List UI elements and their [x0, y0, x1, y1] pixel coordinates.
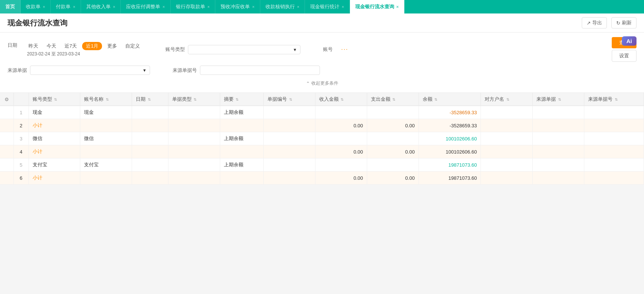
- export-button[interactable]: ↗ 导出: [582, 17, 607, 28]
- nav-tab-bank-deposit-label: 银行存取款单: [176, 3, 205, 10]
- row-gear-cell: [0, 119, 14, 132]
- table-body: 1现金现金上期余额-3528659.332小计0.000.00-3528659.…: [0, 106, 644, 185]
- close-cash-bank-stat-icon[interactable]: ×: [342, 4, 344, 9]
- col-account-name[interactable]: 账号名称 ⇅: [80, 93, 132, 106]
- table-row: 6小计0.000.0019871073.60: [0, 172, 644, 185]
- row-counterparty: [481, 172, 533, 185]
- col-balance[interactable]: 余额 ⇅: [419, 93, 481, 106]
- col-income[interactable]: 收入金额 ⇅: [315, 93, 367, 106]
- close-other-income-icon[interactable]: ×: [113, 4, 115, 9]
- col-doc-type[interactable]: 单据类型 ⇅: [168, 93, 220, 106]
- date-opt-1month[interactable]: 近1月: [82, 42, 102, 50]
- settings-button[interactable]: 设置: [612, 50, 636, 62]
- col-source-doc-no[interactable]: 来源单据号 ⇅: [584, 93, 644, 106]
- account-label: 账号: [323, 46, 338, 53]
- col-source-doc[interactable]: 来源单据 ⇅: [533, 93, 584, 106]
- row-income: [315, 158, 367, 172]
- account-type-dropdown-icon: ▾: [294, 47, 296, 52]
- ai-badge[interactable]: Ai: [622, 36, 636, 46]
- nav-tab-other-income[interactable]: 其他收入单 ×: [81, 0, 121, 13]
- nav-tab-cash-bank-flow[interactable]: 现金银行流水查询 ×: [350, 0, 404, 13]
- row-expense: [367, 106, 419, 119]
- row-balance: -3528659.33: [419, 106, 481, 119]
- date-opt-yesterday[interactable]: 昨天: [26, 42, 41, 50]
- close-bank-deposit-icon[interactable]: ×: [207, 4, 210, 9]
- row-balance: 19871073.60: [419, 172, 481, 185]
- row-summary: [220, 119, 263, 132]
- account-type-select[interactable]: ▾: [188, 45, 300, 54]
- row-account-type: 小计: [29, 172, 80, 185]
- row-source-doc-no: [584, 172, 644, 185]
- row-account-name: 现金: [80, 106, 132, 119]
- header-actions: ↗ 导出 ↻ 刷新: [582, 17, 636, 28]
- row-counterparty: [481, 119, 533, 132]
- account-type-label: 账号类型: [165, 46, 185, 53]
- source-doc-select[interactable]: ▾: [30, 66, 150, 75]
- col-summary[interactable]: 摘要 ⇅: [220, 93, 263, 106]
- account-ellipsis[interactable]: ···: [341, 46, 348, 53]
- row-doc-type: [168, 132, 220, 145]
- row-seq: 3: [14, 132, 29, 145]
- row-gear-cell: [0, 132, 14, 145]
- row-source-doc: [533, 132, 584, 145]
- row-counterparty: [481, 145, 533, 158]
- nav-tab-collect-exec[interactable]: 收款核销执行 ×: [260, 0, 305, 13]
- nav-tab-cash-bank-stat[interactable]: 现金银行统计 ×: [305, 0, 350, 13]
- nav-tab-ap-ar-adj[interactable]: 应收应付调整单 ×: [121, 0, 170, 13]
- row-date: [132, 106, 168, 119]
- row-doc-type: [168, 145, 220, 158]
- row-balance: -3528659.33: [419, 119, 481, 132]
- row-gear-cell: [0, 145, 14, 158]
- nav-tab-bank-deposit[interactable]: 银行存取款单 ×: [171, 0, 215, 13]
- refresh-button[interactable]: ↻ 刷新: [611, 17, 636, 28]
- close-ap-ar-adj-icon[interactable]: ×: [162, 4, 165, 9]
- date-opt-more[interactable]: 更多: [104, 42, 120, 50]
- source-doc-label: 来源单据: [8, 67, 27, 74]
- row-expense: 0.00: [367, 119, 419, 132]
- nav-tab-other-income-label: 其他收入单: [86, 3, 111, 10]
- col-expense[interactable]: 支出金额 ⇅: [367, 93, 419, 106]
- row-account-name: 支付宝: [80, 158, 132, 172]
- table-row: 1现金现金上期余额-3528659.33: [0, 106, 644, 119]
- nav-tab-prepay-offset[interactable]: 预收冲应收单 ×: [215, 0, 260, 13]
- row-income: 0.00: [315, 119, 367, 132]
- col-doc-no[interactable]: 单据编号 ⇅: [263, 93, 315, 106]
- nav-tab-payment[interactable]: 付款单 ×: [51, 0, 81, 13]
- row-income: [315, 132, 367, 145]
- row-account-name: [80, 119, 132, 132]
- account-filter-group: 账号 ···: [323, 46, 348, 53]
- close-collect-exec-icon[interactable]: ×: [297, 4, 299, 9]
- date-opt-today[interactable]: 今天: [44, 42, 59, 50]
- row-account-type: 支付宝: [29, 158, 80, 172]
- nav-tab-ap-ar-adj-label: 应收应付调整单: [126, 3, 160, 10]
- date-filter-group: 日期 昨天 今天 近7天 近1月 更多 自定义 2023-02-24 至 202…: [8, 42, 143, 57]
- col-date[interactable]: 日期 ⇅: [132, 93, 168, 106]
- row-date: [132, 132, 168, 145]
- collapse-bar[interactable]: ⌃ 收起更多条件: [8, 79, 636, 88]
- nav-tab-cash-bank-stat-label: 现金银行统计: [310, 3, 339, 10]
- row-summary: 上期余额: [220, 106, 263, 119]
- nav-tab-home[interactable]: 首页: [0, 0, 21, 13]
- column-settings-icon[interactable]: ⚙: [5, 97, 9, 102]
- row-account-type: 现金: [29, 106, 80, 119]
- row-doc-no: [263, 132, 315, 145]
- table-row: 4小计0.000.00100102606.60: [0, 145, 644, 158]
- date-opt-custom[interactable]: 自定义: [122, 42, 143, 50]
- close-prepay-offset-icon[interactable]: ×: [252, 4, 254, 9]
- close-payment-icon[interactable]: ×: [73, 4, 75, 9]
- refresh-label: 刷新: [622, 19, 632, 26]
- col-account-type[interactable]: 账号类型 ⇅: [29, 93, 80, 106]
- close-cash-bank-flow-icon[interactable]: ×: [396, 4, 399, 9]
- nav-tab-receipt[interactable]: 收款单 ×: [21, 0, 51, 13]
- refresh-icon: ↻: [616, 20, 620, 26]
- row-doc-no: [263, 145, 315, 158]
- row-source-doc: [533, 172, 584, 185]
- close-receipt-icon[interactable]: ×: [43, 4, 45, 9]
- date-opt-7days[interactable]: 近7天: [62, 42, 80, 50]
- filter-row-1: 日期 昨天 今天 近7天 近1月 更多 自定义 2023-02-24 至 202…: [8, 37, 636, 62]
- row-balance: 100102606.60: [419, 145, 481, 158]
- row-gear-cell: [0, 158, 14, 172]
- source-doc-no-input[interactable]: [200, 66, 320, 75]
- top-nav: 首页 收款单 × 付款单 × 其他收入单 × 应收应付调整单 × 银行存取款单 …: [0, 0, 644, 13]
- col-counterparty[interactable]: 对方户名 ⇅: [481, 93, 533, 106]
